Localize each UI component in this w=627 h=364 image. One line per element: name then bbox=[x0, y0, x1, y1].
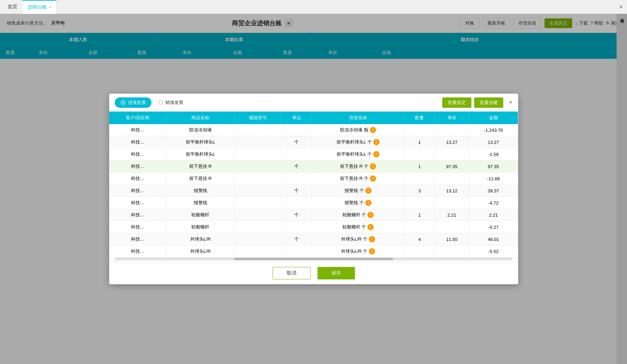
jinxiang-tab-icon: ↑ bbox=[120, 100, 126, 105]
save-button[interactable]: 保存 bbox=[317, 267, 355, 279]
cell-unit: 个 bbox=[281, 161, 312, 173]
cell-stock-name: 外球头L/R 个! bbox=[312, 233, 404, 245]
cell-spec bbox=[235, 245, 281, 258]
table-row: 科技... 轮毂螺杆 个 轮毂螺杆 个! 1 2.21 2.21 bbox=[109, 209, 518, 221]
tab-xiaoxiang-invoice[interactable]: ☐ 销项发票 bbox=[153, 97, 189, 108]
cell-qty: 1 bbox=[404, 161, 435, 173]
batch-assign-button[interactable]: 批量指定 bbox=[442, 97, 471, 108]
window-close-button[interactable]: × bbox=[619, 3, 623, 10]
cell-qty bbox=[404, 124, 435, 136]
cell-product: 轮毂螺杆 bbox=[166, 221, 235, 233]
table-row: 科技... 前下悬挂 R 个 前下悬挂 R 个! 1 97.35 97.35 bbox=[109, 161, 518, 173]
cell-amount: -4.72 bbox=[469, 197, 518, 209]
col-header-amount: 金额 bbox=[469, 112, 518, 124]
modal-header: ↑ 进项发票 ☐ 销项发票 批量指定 批量创建 × bbox=[109, 94, 518, 112]
cell-supplier: 科技... bbox=[109, 185, 166, 197]
scrollbar-thumb[interactable] bbox=[234, 258, 393, 260]
cell-stock-name: 轮毂螺杆 个! bbox=[312, 209, 404, 221]
cell-price: 2.21 bbox=[435, 209, 469, 221]
cell-stock-name: 前平衡杆球头L 个! bbox=[312, 148, 404, 161]
cell-amount: 46.01 bbox=[469, 233, 518, 245]
cell-spec bbox=[235, 124, 281, 136]
cell-product: 外球头L/R bbox=[166, 233, 235, 245]
cell-amount: 39.37 bbox=[469, 185, 518, 197]
cell-product: 前平衡杆球头L bbox=[166, 136, 235, 148]
warning-icon: ! bbox=[370, 175, 376, 182]
batch-create-button[interactable]: 批量创建 bbox=[474, 97, 503, 108]
cell-product: 前下悬挂 R bbox=[166, 161, 235, 173]
modal-horizontal-scrollbar[interactable] bbox=[115, 258, 513, 260]
cell-spec bbox=[235, 148, 281, 161]
tab-jinxiao-close[interactable]: × bbox=[49, 5, 51, 10]
warning-icon: ! bbox=[367, 212, 374, 218]
cell-price bbox=[435, 197, 469, 209]
cell-spec bbox=[235, 173, 281, 185]
col-header-qty: 数量 bbox=[404, 112, 435, 124]
cell-supplier: 科技... bbox=[109, 148, 166, 161]
cell-unit bbox=[281, 148, 312, 161]
warning-icon: ! bbox=[370, 127, 376, 133]
cell-supplier: 科技... bbox=[109, 124, 166, 136]
cell-price bbox=[435, 173, 469, 185]
cell-amount: -1,243.76 bbox=[469, 124, 518, 136]
cell-supplier: 科技... bbox=[109, 221, 166, 233]
cell-qty: 1 bbox=[404, 209, 435, 221]
cancel-button[interactable]: 取消 bbox=[272, 267, 311, 279]
cell-stock-name: 前下悬挂 R 个! bbox=[312, 173, 404, 185]
cell-qty bbox=[404, 173, 435, 185]
tab-home[interactable]: 首页 bbox=[3, 0, 22, 14]
col-header-price: 单价 bbox=[435, 112, 469, 124]
col-header-product: 商品名称 bbox=[166, 112, 235, 124]
table-row: 科技... 报警线 个 报警线 个! 3 13.12 39.37 bbox=[109, 185, 518, 197]
cell-unit bbox=[281, 197, 312, 209]
tab-jinxiao[interactable]: 进销台账 × bbox=[22, 0, 56, 14]
warning-icon: ! bbox=[369, 248, 375, 254]
modal-footer: 取消 保存 bbox=[109, 262, 518, 284]
cell-spec bbox=[235, 185, 281, 197]
tab-jinxiang-invoice[interactable]: ↑ 进项发票 bbox=[115, 97, 151, 108]
modal-dialog: ↑ 进项发票 ☐ 销项发票 批量指定 批量创建 × 客户 bbox=[109, 94, 518, 284]
cell-unit bbox=[281, 173, 312, 185]
cell-product: 外球头L/R bbox=[166, 245, 235, 258]
cell-qty: 3 bbox=[404, 185, 435, 197]
cell-supplier: 科技... bbox=[109, 245, 166, 258]
cell-qty: 1 bbox=[404, 136, 435, 148]
col-header-stock: 存货名称 bbox=[312, 112, 404, 124]
warning-icon: ! bbox=[365, 200, 372, 206]
warning-icon: ! bbox=[369, 236, 375, 242]
table-row: 科技... 轮毂螺杆 轮毂螺杆 个! -0.27 bbox=[109, 221, 518, 233]
cell-amount: -1.59 bbox=[469, 148, 518, 161]
cell-supplier: 科技... bbox=[109, 233, 166, 245]
cell-stock-name: 前下悬挂 R 个! bbox=[312, 161, 404, 173]
cell-product: 前平衡杆球头L bbox=[166, 148, 235, 161]
cell-stock-name: 防冻冷却液 瓶! bbox=[312, 124, 404, 136]
warning-icon: ! bbox=[365, 188, 372, 194]
cell-price: 13.12 bbox=[435, 185, 469, 197]
table-row: 科技... 外球头L/R 个 外球头L/R 个! 4 11.50 46.01 bbox=[109, 233, 518, 245]
col-header-spec: 规格型号 bbox=[235, 112, 281, 124]
cell-spec bbox=[235, 209, 281, 221]
modal-close-button[interactable]: × bbox=[509, 99, 513, 106]
cell-stock-name: 前平衡杆球头L 个! bbox=[312, 136, 404, 148]
main-area: 销售成本计算方法： 月平均 商贸企业进销台账 ≡ 对账 重新开账 存货别名 生成… bbox=[0, 14, 627, 364]
cell-amount: 97.35 bbox=[469, 161, 518, 173]
cell-price: 13.27 bbox=[435, 136, 469, 148]
cell-spec bbox=[235, 161, 281, 173]
warning-icon: ! bbox=[373, 139, 380, 145]
cell-product: 报警线 bbox=[166, 197, 235, 209]
cell-price: 11.50 bbox=[435, 233, 469, 245]
cell-price bbox=[435, 221, 469, 233]
cell-stock-name: 报警线 个! bbox=[312, 197, 404, 209]
jinxiang-tab-label: 进项发票 bbox=[128, 99, 146, 106]
cell-product: 报警线 bbox=[166, 185, 235, 197]
table-row: 科技... 前平衡杆球头L 前平衡杆球头L 个! -1.59 bbox=[109, 148, 518, 161]
cell-spec bbox=[235, 136, 281, 148]
cell-supplier: 科技... bbox=[109, 209, 166, 221]
cell-stock-name: 报警线 个! bbox=[312, 185, 404, 197]
cell-unit bbox=[281, 124, 312, 136]
table-row: 科技... 前平衡杆球头L 个 前平衡杆球头L 个! 1 13.27 13.27 bbox=[109, 136, 518, 148]
warning-icon: ! bbox=[367, 224, 374, 230]
cell-supplier: 科技... bbox=[109, 197, 166, 209]
invoice-table: 客户/供应商 商品名称 规格型号 单位 存货名称 数量 单价 金额 科技... … bbox=[109, 112, 518, 258]
cell-price bbox=[435, 245, 469, 258]
